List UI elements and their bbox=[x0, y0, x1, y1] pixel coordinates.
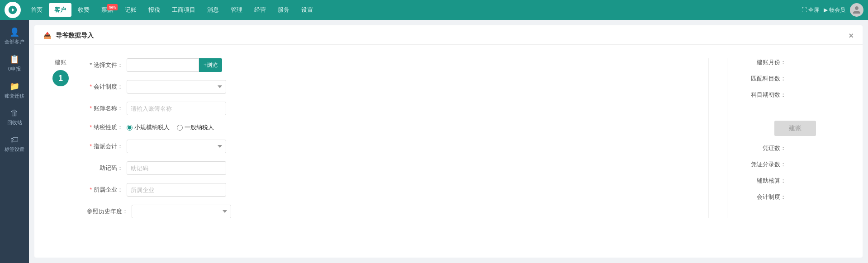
tax-option-general[interactable]: 一般纳税人 bbox=[177, 123, 214, 132]
accountant-row: 指派会计： bbox=[87, 140, 690, 153]
tax-radio-small[interactable] bbox=[127, 125, 133, 131]
accounting-system-label: 会计制度： bbox=[87, 83, 123, 91]
accountant-label: 指派会计： bbox=[87, 142, 123, 150]
tax-type-row: 纳税性质： 小规模纳税人 一般纳税人 bbox=[87, 123, 690, 132]
logo[interactable] bbox=[5, 2, 21, 18]
tax-option2-label: 一般纳税人 bbox=[185, 123, 214, 132]
nav-item-报税[interactable]: 报税 bbox=[143, 3, 166, 17]
section-divider bbox=[708, 58, 709, 218]
nav-item-票据[interactable]: 票据new bbox=[96, 3, 119, 17]
sidebar-icon: 📁 bbox=[9, 81, 19, 91]
sidebar-item-标签设置[interactable]: 🏷标签设置 bbox=[0, 132, 29, 156]
sidebar-item-全部客户[interactable]: 👤全部客户 bbox=[0, 23, 29, 49]
tax-radio-group: 小规模纳税人 一般纳税人 bbox=[127, 123, 214, 132]
sidebar-icon: 🏷 bbox=[10, 135, 19, 145]
sidebar-item-label: 全部客户 bbox=[5, 38, 24, 45]
nav-item-客户[interactable]: 客户 bbox=[49, 3, 71, 17]
file-input-group: +浏览 bbox=[127, 58, 222, 72]
tax-radio-general[interactable] bbox=[177, 125, 183, 131]
memo-row: 助记码： bbox=[87, 161, 690, 175]
tax-option1-label: 小规模纳税人 bbox=[134, 123, 170, 132]
file-label: * 选择文件： bbox=[87, 61, 123, 69]
file-text-input[interactable] bbox=[127, 58, 199, 72]
step-circle: 1 bbox=[52, 70, 69, 86]
step-indicator: 建账 1 bbox=[52, 58, 69, 218]
sidebar-item-label: 回收站 bbox=[7, 119, 22, 126]
sidebar-icon: 📋 bbox=[9, 54, 19, 64]
voucher-count-label: 凭证数： bbox=[745, 144, 786, 152]
info-accounting-system-label: 会计制度： bbox=[745, 193, 786, 201]
nav-item-记账[interactable]: 记账 bbox=[119, 3, 142, 17]
memo-label: 助记码： bbox=[87, 164, 123, 172]
company-label: 所属企业： bbox=[87, 186, 123, 194]
info-accounting-system-row: 会计制度： bbox=[745, 193, 844, 201]
build-button-wrap: 建账 bbox=[745, 116, 844, 136]
history-year-label: 参照历史年度： bbox=[87, 207, 128, 216]
main-content: 📤 导爷数据导入 × 建账 1 * 选择文件： bbox=[29, 20, 868, 263]
vip-label: 畅会员 bbox=[829, 6, 845, 14]
sidebar-item-0申报[interactable]: 📋0申报 bbox=[0, 51, 29, 76]
panel-title-wrap: 📤 导爷数据导入 bbox=[43, 32, 94, 40]
step-label: 建账 bbox=[55, 58, 66, 66]
sidebar-item-label: 0申报 bbox=[8, 66, 21, 72]
build-month-label: 建账月份： bbox=[745, 58, 786, 66]
nav-item-经营[interactable]: 经营 bbox=[249, 3, 271, 17]
sidebar: 👤全部客户📋0申报📁账套迁移🗑回收站🏷标签设置 bbox=[0, 20, 29, 263]
panel-header: 📤 导爷数据导入 × bbox=[34, 25, 863, 45]
sidebar-item-账套迁移[interactable]: 📁账套迁移 bbox=[0, 78, 29, 103]
nav-item-管理[interactable]: 管理 bbox=[225, 3, 248, 17]
tax-option-small[interactable]: 小规模纳税人 bbox=[127, 123, 170, 132]
accountant-select[interactable] bbox=[127, 140, 226, 153]
new-badge: new bbox=[107, 4, 118, 10]
ledger-name-input[interactable] bbox=[127, 102, 226, 115]
form-section: * 选择文件： +浏览 会计制度： 账簿名称： bbox=[87, 58, 690, 218]
nav-item-消息[interactable]: 消息 bbox=[202, 3, 224, 17]
sidebar-item-label: 账套迁移 bbox=[5, 93, 24, 99]
close-button[interactable]: × bbox=[849, 32, 854, 40]
nav-items: 首页客户收费票据new记账报税工商项目消息管理经营服务设置 bbox=[25, 3, 802, 17]
nav-item-工商项目[interactable]: 工商项目 bbox=[166, 3, 201, 17]
company-row: 所属企业： bbox=[87, 183, 690, 197]
company-input[interactable] bbox=[127, 183, 226, 197]
fullscreen-icon: ⛶ bbox=[802, 7, 807, 13]
import-icon: 📤 bbox=[43, 32, 51, 39]
ledger-name-row: 账簿名称： bbox=[87, 102, 690, 115]
user-avatar[interactable] bbox=[850, 3, 863, 17]
panel-body: 建账 1 * 选择文件： +浏览 会计制度： bbox=[34, 45, 863, 232]
fullscreen-label: 全屏 bbox=[808, 6, 819, 14]
build-button[interactable]: 建账 bbox=[774, 121, 816, 136]
ledger-name-label: 账簿名称： bbox=[87, 104, 123, 113]
nav-item-设置[interactable]: 设置 bbox=[296, 3, 318, 17]
sidebar-item-回收站[interactable]: 🗑回收站 bbox=[0, 105, 29, 130]
match-subjects-row: 匹配科目数： bbox=[745, 75, 844, 83]
nav-item-首页[interactable]: 首页 bbox=[25, 3, 48, 17]
vip-icon: ▶ bbox=[824, 7, 828, 13]
fullscreen-button[interactable]: ⛶ 全屏 bbox=[802, 6, 819, 14]
file-row: * 选择文件： +浏览 bbox=[87, 58, 690, 72]
nav-right: ⛶ 全屏 ▶ 畅会员 bbox=[802, 3, 863, 17]
info-section: 建账月份： 匹配科目数： 科目期初数： 建账 bbox=[727, 58, 844, 218]
voucher-records-row: 凭证分录数： bbox=[745, 160, 844, 169]
nav-item-服务[interactable]: 服务 bbox=[272, 3, 295, 17]
nav-item-收费[interactable]: 收费 bbox=[72, 3, 95, 17]
history-year-select[interactable] bbox=[132, 205, 231, 218]
sidebar-icon: 🗑 bbox=[10, 108, 19, 118]
sidebar-icon: 👤 bbox=[9, 27, 19, 37]
history-year-row: 参照历史年度： bbox=[87, 205, 690, 218]
voucher-count-row: 凭证数： bbox=[745, 144, 844, 152]
vip-button[interactable]: ▶ 畅会员 bbox=[824, 6, 845, 14]
aux-accounting-row: 辅助核算： bbox=[745, 177, 844, 185]
panel-title: 导爷数据导入 bbox=[56, 32, 94, 39]
subject-init-label: 科目期初数： bbox=[745, 91, 786, 99]
build-month-row: 建账月份： bbox=[745, 58, 844, 66]
voucher-records-label: 凭证分录数： bbox=[745, 160, 786, 169]
sidebar-item-label: 标签设置 bbox=[5, 146, 24, 153]
accounting-system-select[interactable] bbox=[127, 80, 226, 94]
accounting-system-row: 会计制度： bbox=[87, 80, 690, 94]
memo-input[interactable] bbox=[127, 161, 226, 175]
subject-init-row: 科目期初数： bbox=[745, 91, 844, 99]
import-panel: 📤 导爷数据导入 × 建账 1 * 选择文件： bbox=[34, 25, 863, 258]
top-navigation: 首页客户收费票据new记账报税工商项目消息管理经营服务设置 ⛶ 全屏 ▶ 畅会员 bbox=[0, 0, 868, 20]
tax-type-label: 纳税性质： bbox=[87, 123, 123, 132]
browse-button[interactable]: +浏览 bbox=[199, 58, 222, 72]
